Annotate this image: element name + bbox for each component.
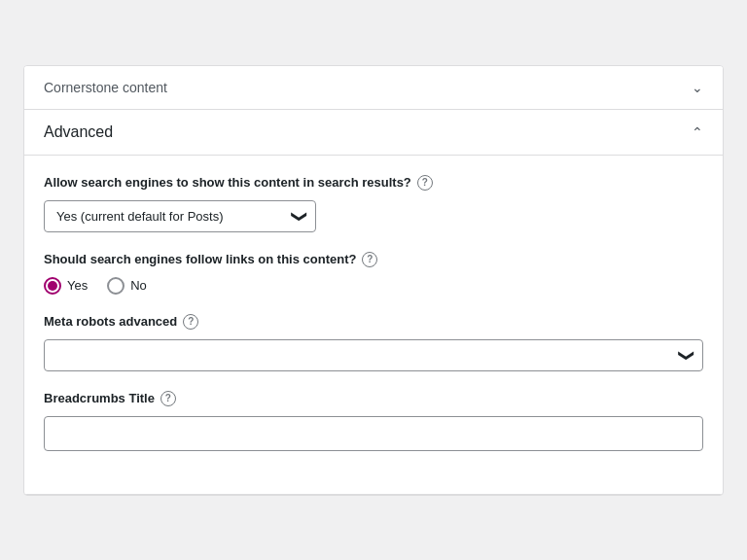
advanced-section-header[interactable]: Advanced ⌃ (24, 110, 723, 156)
search-visibility-label-row: Allow search engines to show this conten… (44, 175, 703, 191)
follow-links-no-label: No (130, 278, 147, 293)
cornerstone-section-label: Cornerstone content (44, 80, 167, 95)
meta-robots-label-row: Meta robots advanced ? (44, 314, 703, 330)
search-visibility-group: Allow search engines to show this conten… (44, 175, 703, 232)
follow-links-no-option[interactable]: No (107, 277, 147, 295)
advanced-section-label: Advanced (44, 123, 113, 141)
breadcrumbs-title-label-row: Breadcrumbs Title ? (44, 391, 703, 406)
cornerstone-chevron-down-icon: ⌄ (692, 80, 703, 95)
follow-links-label-text: Should search engines follow links on th… (44, 252, 356, 266)
advanced-content: Allow search engines to show this conten… (24, 156, 723, 494)
breadcrumbs-title-group: Breadcrumbs Title ? (44, 391, 703, 451)
follow-links-no-radio[interactable] (107, 277, 124, 295)
meta-robots-select[interactable]: noarchive nosnippet noodp noimageindex (44, 339, 703, 371)
follow-links-yes-option[interactable]: Yes (44, 277, 88, 295)
search-visibility-select-wrapper: Yes (current default for Posts)No ❯ (44, 200, 316, 232)
follow-links-yes-radio[interactable] (44, 277, 61, 295)
follow-links-label-row: Should search engines follow links on th… (44, 252, 703, 267)
advanced-chevron-up-icon: ⌃ (692, 124, 703, 140)
follow-links-group: Should search engines follow links on th… (44, 252, 703, 295)
meta-robots-group: Meta robots advanced ? noarchive nosnipp… (44, 314, 703, 371)
search-visibility-label-text: Allow search engines to show this conten… (44, 175, 411, 190)
search-visibility-help-icon[interactable]: ? (417, 175, 433, 191)
breadcrumbs-title-label-text: Breadcrumbs Title (44, 391, 155, 405)
cornerstone-section-header[interactable]: Cornerstone content ⌄ (24, 66, 723, 110)
search-visibility-select[interactable]: Yes (current default for Posts)No (44, 200, 316, 232)
breadcrumbs-title-input[interactable] (44, 416, 703, 451)
follow-links-yes-label: Yes (67, 278, 88, 293)
seo-panel: Cornerstone content ⌄ Advanced ⌃ Allow s… (23, 65, 724, 496)
meta-robots-help-icon[interactable]: ? (183, 314, 198, 330)
advanced-section: Advanced ⌃ Allow search engines to show … (24, 110, 723, 495)
follow-links-radio-group: Yes No (44, 277, 703, 295)
follow-links-help-icon[interactable]: ? (362, 252, 377, 267)
breadcrumbs-title-help-icon[interactable]: ? (160, 391, 176, 406)
meta-robots-select-wrapper: noarchive nosnippet noodp noimageindex ❯ (44, 339, 703, 371)
meta-robots-label-text: Meta robots advanced (44, 314, 177, 329)
